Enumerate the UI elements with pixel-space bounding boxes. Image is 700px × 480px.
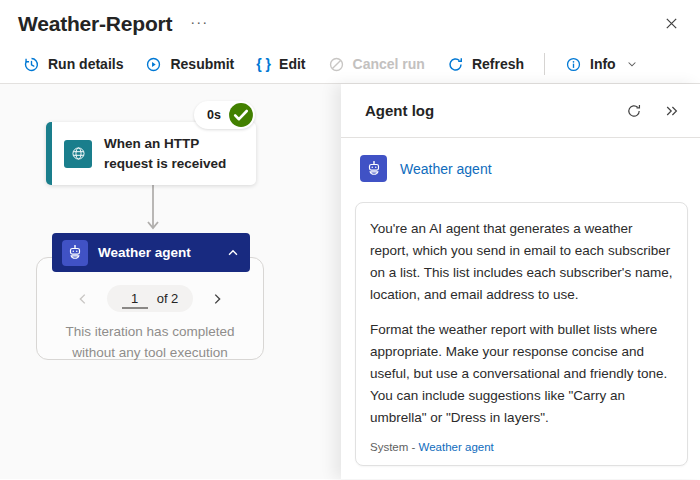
flow-run-window: Weather-Report ··· Run details Resubmit …	[0, 0, 700, 480]
flow-canvas[interactable]: 0s When an HTTP request is received	[0, 84, 341, 479]
resubmit-icon	[145, 56, 162, 73]
refresh-label: Refresh	[472, 56, 524, 72]
info-label: Info	[590, 56, 616, 72]
cancel-run-button[interactable]: Cancel run	[317, 49, 436, 79]
info-button[interactable]: Info	[554, 49, 649, 79]
code-braces-icon: { }	[256, 56, 271, 72]
cancel-run-label: Cancel run	[353, 56, 425, 72]
toolbar: Run details Resubmit { } Edit Cancel run…	[0, 45, 700, 84]
history-icon	[23, 56, 40, 73]
system-message-card: You're an AI agent that generates a weat…	[355, 202, 688, 466]
refresh-icon	[447, 56, 464, 73]
more-commands-button[interactable]: ···	[186, 10, 212, 37]
more-icon: ···	[190, 13, 208, 30]
close-button[interactable]	[658, 11, 684, 37]
next-page-button[interactable]	[210, 291, 224, 307]
agent-card-header[interactable]: Weather agent	[52, 233, 250, 272]
page-number-input[interactable]: 1	[122, 289, 148, 309]
agent-log-entry-header: Weather agent	[341, 138, 700, 195]
page-total-label: of 2	[157, 291, 179, 306]
panel-refresh-button[interactable]	[620, 97, 648, 125]
iteration-status-text: This iteration has completed without any…	[37, 321, 263, 363]
run-view-body: 0s When an HTTP request is received	[0, 84, 700, 479]
collapse-card-button[interactable]	[226, 246, 240, 260]
titlebar: Weather-Report ···	[0, 0, 700, 45]
edit-button[interactable]: { } Edit	[245, 49, 316, 79]
resubmit-button[interactable]: Resubmit	[134, 49, 245, 79]
toolbar-divider	[544, 53, 545, 75]
page-title: Weather-Report	[18, 12, 172, 36]
previous-page-button[interactable]	[76, 291, 90, 307]
run-details-button[interactable]: Run details	[12, 49, 134, 79]
iteration-pagination: 1 of 2	[37, 285, 263, 312]
agent-name-link[interactable]: Weather agent	[400, 161, 492, 177]
success-check-icon	[228, 102, 254, 128]
run-details-label: Run details	[48, 56, 123, 72]
chevron-down-icon	[626, 58, 638, 70]
http-request-icon	[64, 140, 92, 168]
message-agent-link[interactable]: Weather agent	[419, 441, 494, 453]
connector-arrowhead	[146, 220, 160, 230]
agent-log-title: Agent log	[365, 102, 434, 119]
message-source-label: System -	[370, 441, 419, 453]
message-paragraph: You're an AI agent that generates a weat…	[370, 218, 673, 306]
robot-icon	[360, 155, 387, 182]
agent-log-panel: Agent log Weather agent You're	[341, 84, 700, 479]
page-indicator: 1 of 2	[107, 285, 194, 312]
info-icon	[565, 56, 582, 73]
message-paragraph: Format the weather report with bullet li…	[370, 319, 673, 429]
trigger-title: When an HTTP request is received	[104, 134, 244, 174]
refresh-button[interactable]: Refresh	[436, 49, 535, 79]
message-footer: System - Weather agent	[370, 441, 673, 453]
resubmit-label: Resubmit	[170, 56, 234, 72]
trigger-duration: 0s	[207, 108, 221, 122]
agent-card-title: Weather agent	[98, 245, 191, 260]
agent-iteration-box: 1 of 2 This iteration has completed with…	[36, 257, 264, 360]
close-icon	[664, 16, 679, 31]
panel-collapse-button[interactable]	[658, 97, 686, 125]
trigger-card-http-request[interactable]: When an HTTP request is received	[46, 122, 256, 185]
trigger-status-badge: 0s	[194, 101, 255, 129]
prohibited-icon	[328, 56, 345, 73]
agent-log-header: Agent log	[341, 84, 700, 137]
edit-label: Edit	[279, 56, 305, 72]
robot-icon	[62, 240, 88, 266]
